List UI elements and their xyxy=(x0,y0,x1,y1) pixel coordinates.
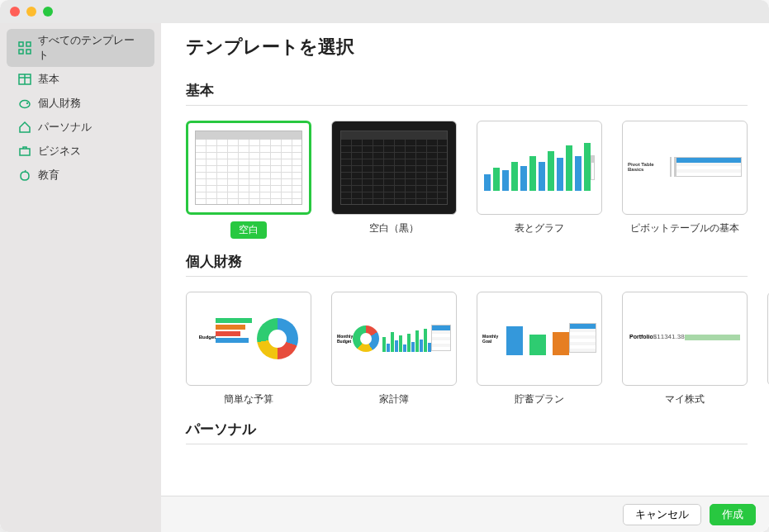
sidebar-item-label: パーソナル xyxy=(38,120,92,135)
divider xyxy=(186,444,748,444)
briefcase-icon xyxy=(18,145,31,158)
piggy-bank-icon xyxy=(18,97,31,110)
template-label: 簡単な予算 xyxy=(186,392,311,406)
template-simple-budget[interactable]: Budget 簡単な予算 xyxy=(186,292,311,406)
svg-rect-3 xyxy=(26,50,31,54)
template-thumbnail: Pivot Table Basics xyxy=(622,121,748,215)
create-button[interactable]: 作成 xyxy=(710,504,756,525)
svg-point-7 xyxy=(20,101,30,108)
home-icon xyxy=(18,121,31,134)
template-thumbnail xyxy=(331,121,457,215)
template-blank[interactable]: 空白 xyxy=(186,121,311,239)
main-header: テンプレートを選択 xyxy=(161,23,769,68)
template-label: 空白（黒） xyxy=(331,221,457,235)
template-label: 空白 xyxy=(230,221,267,239)
template-my-stocks[interactable]: Portfolio $11341.38 マイ株式 xyxy=(622,292,748,406)
section-header-personal: パーソナル xyxy=(186,420,769,439)
main-panel: テンプレートを選択 基本 空白 空 xyxy=(161,23,769,532)
window-minimize-button[interactable] xyxy=(26,7,36,17)
window-body: すべてのテンプレート 基本 個人財務 パーソナル ビジネス 教育 xyxy=(0,23,769,532)
template-row: 空白 空白（黒） xyxy=(186,121,769,239)
template-scroll-area[interactable]: 基本 空白 空白（黒） xyxy=(161,68,769,496)
template-chooser-window: すべてのテンプレート 基本 個人財務 パーソナル ビジネス 教育 xyxy=(0,0,769,532)
template-label: 家計簿 xyxy=(331,392,457,406)
sidebar-item-basic[interactable]: 基本 xyxy=(7,68,154,91)
section-header-basic: 基本 xyxy=(186,81,769,100)
template-thumbnail xyxy=(186,121,311,215)
template-thumbnail: Monthly Budget xyxy=(331,292,457,386)
section-header-personal-finance: 個人財務 xyxy=(186,252,769,271)
template-blank-dark[interactable]: 空白（黒） xyxy=(331,121,457,239)
template-row: Budget 簡単な予算 xyxy=(186,292,769,406)
grid-icon xyxy=(18,41,31,55)
svg-rect-9 xyxy=(20,149,30,155)
divider xyxy=(186,105,748,106)
window-close-button[interactable] xyxy=(10,7,20,17)
template-savings-plan[interactable]: Monthly Goal 貯蓄プラン xyxy=(477,292,602,406)
sidebar-item-label: 個人財務 xyxy=(38,96,81,111)
svg-rect-2 xyxy=(19,50,23,54)
sidebar-item-label: 基本 xyxy=(38,72,59,87)
apple-icon xyxy=(18,169,31,182)
sidebar-item-education[interactable]: 教育 xyxy=(7,164,154,187)
sidebar-item-label: すべてのテンプレート xyxy=(38,33,143,63)
sidebar: すべてのテンプレート 基本 個人財務 パーソナル ビジネス 教育 xyxy=(0,23,161,532)
template-thumbnail: Monthly Goal xyxy=(477,292,602,386)
sidebar-item-label: ビジネス xyxy=(38,144,81,159)
svg-point-8 xyxy=(26,102,28,104)
sidebar-item-business[interactable]: ビジネス xyxy=(7,140,154,163)
template-thumbnail: Portfolio $11341.38 xyxy=(622,292,748,386)
template-label: 表とグラフ xyxy=(477,221,602,235)
sidebar-item-personal[interactable]: パーソナル xyxy=(7,116,154,139)
footer: キャンセル 作成 xyxy=(161,496,769,532)
page-title: テンプレートを選択 xyxy=(186,35,769,59)
template-label: マイ株式 xyxy=(622,392,748,406)
sidebar-item-label: 教育 xyxy=(38,168,59,183)
template-pivot-basics[interactable]: Pivot Table Basics ピボットテーブルの基本 xyxy=(622,121,748,239)
window-zoom-button[interactable] xyxy=(43,7,53,17)
table-icon xyxy=(18,73,31,86)
template-charting-basics[interactable]: 表とグラフ xyxy=(477,121,602,239)
template-label: 貯蓄プラン xyxy=(477,392,602,406)
template-household-budget[interactable]: Monthly Budget 家計簿 xyxy=(331,292,457,406)
divider xyxy=(186,276,748,277)
cancel-button[interactable]: キャンセル xyxy=(623,504,701,525)
template-thumbnail: Budget xyxy=(186,292,311,386)
template-thumbnail xyxy=(477,121,602,215)
svg-rect-0 xyxy=(19,42,23,46)
svg-rect-1 xyxy=(26,42,31,46)
sidebar-item-personal-finance[interactable]: 個人財務 xyxy=(7,92,154,115)
template-label: ピボットテーブルの基本 xyxy=(622,221,748,235)
sidebar-item-all-templates[interactable]: すべてのテンプレート xyxy=(7,29,154,67)
titlebar xyxy=(0,0,769,23)
